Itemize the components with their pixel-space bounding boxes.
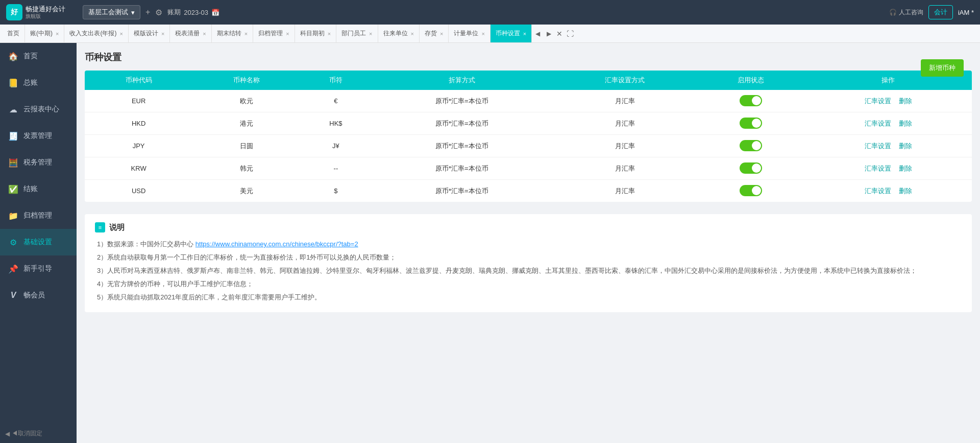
settings-icon[interactable]: ⚙ [155,8,162,17]
ledger-icon: 📒 [8,78,18,88]
cell-action: 汇率设置 删除 [805,112,972,135]
accounting-button[interactable]: 会计 [928,5,953,19]
toggle-knob [752,186,761,195]
rate-setting-link[interactable]: 汇率设置 [865,187,891,195]
sidebar-item-reports[interactable]: ☁ 云报表中心 [0,96,77,123]
tab-close-all-btn[interactable]: ✕ [554,30,565,38]
tab-close-dept[interactable]: × [369,31,372,37]
col-code: 币种代码 [85,71,192,90]
workspace-selector[interactable]: 基层工会测试 ▾ [83,5,140,19]
toggle-switch[interactable] [740,118,762,129]
sidebar-item-checkout[interactable]: ✅ 结账 [0,176,77,202]
tab-income[interactable]: 收入支出表(年报) × [64,25,128,42]
table-header: 币种代码 币种名称 币符 折算方式 汇率设置方式 启用状态 操作 [85,71,972,90]
sidebar-pin-btn[interactable]: ◀ ◀取消固定 [0,424,77,443]
tab-period-end[interactable]: 期末结转 × [212,25,253,42]
page-title: 币种设置 [85,51,972,63]
cell-toggle [697,157,805,180]
sidebar-item-invoice[interactable]: 🧾 发票管理 [0,123,77,149]
toggle-switch[interactable] [740,185,762,196]
toggle-switch[interactable] [740,162,762,174]
cell-rate-type: 月汇率 [552,135,697,157]
period-info: 账期 2023-03 📅 [167,8,219,17]
col-status: 启用状态 [697,71,805,90]
col-name: 币种名称 [192,71,300,90]
table-row: USD 美元 $ 原币*汇率=本位币 月汇率 汇率设置 删除 [85,180,972,202]
sidebar-item-guide[interactable]: 📌 新手引导 [0,255,77,282]
sidebar-item-archive[interactable]: 📁 归档管理 [0,202,77,229]
tab-close-income[interactable]: × [119,31,122,37]
tab-subject[interactable]: 科目期初 × [295,25,336,42]
rate-setting-link[interactable]: 汇率设置 [865,142,891,150]
tab-expand-btn[interactable]: ⛶ [565,30,576,38]
iam-label: iAM * [958,9,974,16]
cell-name: 日圆 [192,135,300,157]
tab-zhongqi[interactable]: 账(中期) × [25,25,64,42]
delete-link[interactable]: 删除 [899,187,912,195]
tab-home[interactable]: 首页 [2,25,25,42]
notice-item: 3）人民币对马来西亚林吉特、俄罗斯卢布、南非兰特、韩元、阿联酋迪拉姆、沙特里亚尔… [95,264,962,277]
sidebar-item-home[interactable]: 🏠 首页 [0,43,77,69]
rate-setting-link[interactable]: 汇率设置 [865,120,891,127]
tab-close-period[interactable]: × [244,31,248,37]
tab-template[interactable]: 模版设计 × [129,25,170,42]
new-currency-button[interactable]: 新增币种 [921,59,964,77]
notice-link[interactable]: https://www.chinamoney.com.cn/chinese/bk… [195,240,358,248]
col-calc: 折算方式 [371,71,552,90]
add-icon[interactable]: + [145,8,150,17]
tab-inventory[interactable]: 存货 × [420,25,449,42]
sidebar-item-ledger[interactable]: 📒 总账 [0,69,77,96]
tab-contacts[interactable]: 往来单位 × [378,25,420,42]
sidebar-item-settings[interactable]: ⚙ 基础设置 [0,229,77,255]
notice-section: ≡ 说明 1）数据来源：中国外汇交易中心 https://www.chinamo… [85,214,972,312]
tab-close-unit[interactable]: × [481,31,484,37]
cell-symbol: -- [300,157,371,180]
rate-setting-link[interactable]: 汇率设置 [865,165,891,172]
guide-icon: 📌 [8,264,18,274]
toggle-knob [752,141,761,150]
delete-link[interactable]: 删除 [899,165,912,172]
table-body: EUR 欧元 € 原币*汇率=本位币 月汇率 汇率设置 删除 HKD 港元 HK… [85,90,972,202]
notice-item: 1）数据来源：中国外汇交易中心 https://www.chinamoney.c… [95,238,962,251]
toggle-switch[interactable] [740,140,762,151]
cell-rate-type: 月汇率 [552,90,697,112]
cell-rate-type: 月汇率 [552,112,697,135]
toggle-knob [752,119,761,128]
tab-next-btn[interactable]: ▶ [543,28,554,39]
pin-icon: ◀ [5,430,10,437]
support-button[interactable]: 🎧 人工咨询 [889,8,923,17]
delete-link[interactable]: 删除 [899,97,912,105]
tab-currency[interactable]: 币种设置 × [491,25,532,42]
col-symbol: 币符 [300,71,371,90]
sidebar-item-tax[interactable]: 🧮 税务管理 [0,149,77,176]
tab-close-contacts[interactable]: × [411,31,414,37]
tab-close-zhongqi[interactable]: × [56,31,59,37]
sidebar-item-member[interactable]: V 畅会员 [0,282,77,309]
cell-action: 汇率设置 删除 [805,180,972,202]
tab-close-currency[interactable]: × [523,31,526,37]
delete-link[interactable]: 删除 [899,120,912,127]
toggle-switch[interactable] [740,95,762,106]
tab-close-template[interactable]: × [161,31,164,37]
cell-calc: 原币*汇率=本位币 [371,135,552,157]
tab-prev-btn[interactable]: ◀ [532,28,543,39]
tab-close-subject[interactable]: × [328,31,331,37]
cell-toggle [697,90,805,112]
tab-close-archive[interactable]: × [286,31,289,37]
tab-tax[interactable]: 税表清册 × [170,25,211,42]
cell-toggle [697,135,805,157]
tab-archive[interactable]: 归档管理 × [253,25,295,42]
cell-calc: 原币*汇率=本位币 [371,112,552,135]
headset-icon: 🎧 [889,9,897,16]
cell-symbol: J¥ [300,135,371,157]
calendar-icon[interactable]: 📅 [211,9,219,16]
cell-rate-type: 月汇率 [552,180,697,202]
rate-setting-link[interactable]: 汇率设置 [865,97,891,105]
tab-department[interactable]: 部门员工 × [336,25,378,42]
currency-table: 币种代码 币种名称 币符 折算方式 汇率设置方式 启用状态 操作 EUR 欧元 … [85,71,972,202]
chevron-down-icon: ▾ [131,9,135,16]
tab-close-tax[interactable]: × [203,31,206,37]
delete-link[interactable]: 删除 [899,142,912,150]
tab-close-inventory[interactable]: × [440,31,443,37]
tab-unit[interactable]: 计量单位 × [449,25,490,42]
